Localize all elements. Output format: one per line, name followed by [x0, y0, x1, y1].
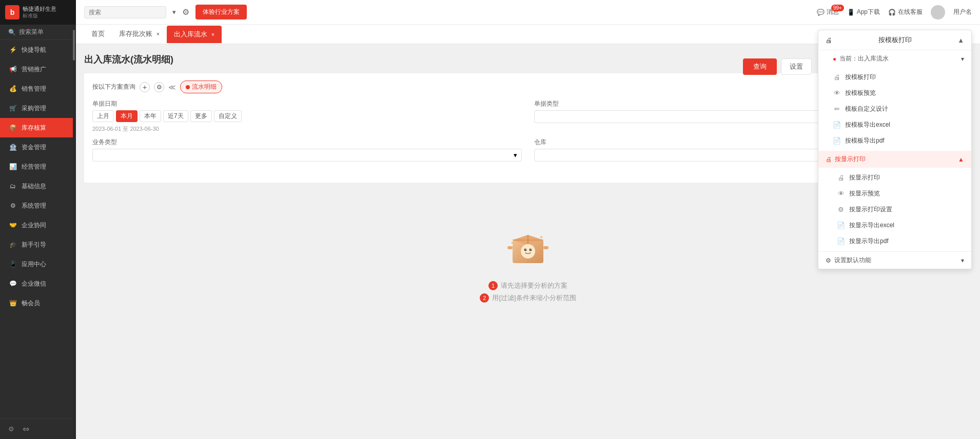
user-avatar[interactable] — [931, 5, 945, 19]
sidebar-item-appcenter[interactable]: 📱 应用中心 — [0, 254, 76, 274]
sidebar-item-vip[interactable]: 👑 畅会员 — [0, 293, 76, 313]
app-download-label: App下载 — [857, 8, 880, 16]
app-logo: b 畅捷通好生意 标准版 — [0, 0, 76, 25]
sidebar-item-label: 销售管理 — [22, 85, 46, 93]
template-preview-icon: 👁 — [833, 89, 841, 97]
current-option[interactable]: ● 当前：出入库流水 ▾ — [818, 50, 971, 67]
template-custom-item[interactable]: ✏ 模板自定义设计 — [818, 101, 971, 117]
tab-flow-close-icon[interactable]: × — [211, 31, 214, 37]
empty-illustration: ✦ ✦ — [502, 220, 554, 271]
username-label[interactable]: 用户名 — [953, 8, 972, 16]
excel-icon: 📄 — [833, 121, 841, 129]
tab-batch[interactable]: 库存批次账 × — [112, 25, 167, 44]
sidebar-item-wecom[interactable]: 💬 企业微信 — [0, 274, 76, 293]
sidebar-item-inventory[interactable]: 📦 库存核算 — [0, 118, 76, 137]
display-print-settings-item[interactable]: ⚙ 按显示打印设置 — [818, 202, 971, 217]
topbar-gear-icon[interactable]: ⚙ — [182, 7, 189, 17]
filter-settings-button[interactable]: ⚙ — [154, 82, 164, 92]
display-print-section: 🖨 按显示打印 👁 按显示预览 ⚙ 按显示打印设置 📄 按显示导出excel 📄… — [818, 168, 971, 251]
date-shortcut-this-year[interactable]: 本年 — [140, 110, 161, 122]
default-func-arrow: ▾ — [961, 257, 964, 264]
app-download-item[interactable]: 📱 App下载 — [847, 8, 880, 16]
sales-icon: 💰 — [8, 84, 17, 93]
dropdown-footer[interactable]: ⚙ 设置默认功能 ▾ — [818, 251, 971, 269]
sidebar-item-shortcut[interactable]: ⚡ 快捷导航 — [0, 40, 76, 59]
tab-batch-close-icon[interactable]: × — [156, 31, 160, 37]
display-export-excel-item[interactable]: 📄 按显示导出excel — [818, 217, 971, 233]
query-button[interactable]: 查询 — [743, 58, 777, 75]
svg-rect-9 — [507, 246, 513, 249]
date-shortcut-last-month[interactable]: 上月 — [92, 110, 114, 122]
sidebar-item-sales[interactable]: 💰 销售管理 — [0, 79, 76, 98]
sidebar-search[interactable]: 🔍 搜索菜单 — [0, 25, 76, 40]
display-preview-item[interactable]: 👁 按显示预览 — [818, 186, 971, 202]
biztype-select[interactable]: ▾ — [92, 149, 522, 162]
date-shortcut-7days[interactable]: 近7天 — [163, 110, 188, 122]
active-filter-tag[interactable]: 流水明细 — [180, 81, 222, 93]
current-label: 当前：出入库流水 — [839, 54, 889, 63]
settings-button[interactable]: 设置 — [781, 58, 812, 75]
sidebar-item-basic[interactable]: 🗂 基础信息 — [0, 176, 76, 196]
system-icon: ⚙ — [8, 201, 17, 210]
sidebar-item-marketing[interactable]: 📢 营销推广 — [0, 59, 76, 79]
sidebar-item-label: 库存核算 — [22, 124, 46, 132]
industry-solution-button[interactable]: 体验行业方案 — [195, 5, 247, 19]
vip-icon: 👑 — [8, 298, 17, 308]
date-shortcut-more[interactable]: 更多 — [190, 110, 212, 122]
sidebar-item-label: 资金管理 — [22, 143, 46, 152]
online-support-item[interactable]: 🎧 在线客服 — [888, 8, 923, 16]
date-shortcut-this-month[interactable]: 本月 — [116, 110, 138, 122]
company-name: 畅捷通好生意 — [23, 5, 56, 12]
message-icon: 💬 — [817, 9, 825, 16]
date-shortcut-custom[interactable]: 自定义 — [214, 110, 242, 122]
search-input[interactable] — [89, 9, 162, 16]
sidebar-item-label: 采购管理 — [22, 104, 46, 113]
pdf-icon: 📄 — [833, 137, 841, 145]
display-export-pdf-label: 按显示导出pdf — [849, 237, 889, 246]
query-settings-area: 查询 设置 — [743, 58, 812, 75]
display-print-label: 按显示打印 — [849, 173, 880, 182]
display-export-pdf-item[interactable]: 📄 按显示导出pdf — [818, 233, 971, 249]
template-custom-label: 模板自定义设计 — [845, 105, 888, 113]
svg-point-8 — [531, 249, 532, 250]
current-icon: ● — [833, 55, 836, 63]
message-badge-item[interactable]: 💬 消息 99+ — [817, 8, 839, 16]
template-preview-item[interactable]: 👁 按模板预览 — [818, 85, 971, 101]
date-range-label: 2023-06-01 至 2023-06-30 — [92, 125, 522, 133]
inventory-icon: 📦 — [8, 123, 17, 132]
template-print-section: 🖨 按模板打印 👁 按模板预览 ✏ 模板自定义设计 📄 按模板导出excel 📄… — [818, 67, 971, 151]
sidebar-item-purchase[interactable]: 🛒 采购管理 — [0, 98, 76, 118]
topbar-right: 💬 消息 99+ 📱 App下载 🎧 在线客服 用户名 — [817, 5, 972, 19]
template-export-pdf-item[interactable]: 📄 按模板导出pdf — [818, 133, 971, 149]
empty-tip-2: 2 用[过滤]条件来缩小分析范围 — [480, 293, 576, 303]
svg-point-6 — [530, 249, 532, 251]
main-content: ▾ ⚙ 体验行业方案 💬 消息 99+ 📱 App下载 🎧 在线客服 用户名 首… — [76, 0, 980, 439]
settings-icon[interactable]: ⚙ — [8, 425, 14, 433]
svg-point-7 — [525, 249, 526, 250]
current-arrow-icon: ▾ — [961, 55, 964, 63]
sidebar-item-collab[interactable]: 🤝 企业协同 — [0, 215, 76, 235]
search-label: 搜索菜单 — [19, 28, 44, 36]
template-export-excel-item[interactable]: 📄 按模板导出excel — [818, 117, 971, 133]
topbar-dropdown-arrow[interactable]: ▾ — [172, 8, 176, 16]
tab-home[interactable]: 首页 — [84, 25, 112, 44]
template-print-item[interactable]: 🖨 按模板打印 — [818, 69, 971, 85]
sidebar-item-system[interactable]: ⚙ 系统管理 — [0, 196, 76, 215]
filter-collapse-icon[interactable]: ≪ — [168, 83, 176, 91]
tab-batch-label: 库存批次账 — [119, 30, 152, 37]
sidebar-item-guide[interactable]: 🎓 新手引导 — [0, 235, 76, 254]
scroll-thumb — [73, 30, 75, 61]
display-preview-icon: 👁 — [837, 190, 845, 198]
display-print-section-header[interactable]: 🖨 按显示打印 ▲ — [818, 151, 971, 168]
tab-flow-label: 出入库流水 — [174, 30, 207, 38]
display-excel-icon: 📄 — [837, 222, 845, 230]
filter-add-button[interactable]: + — [140, 82, 150, 92]
sidebar-footer: ⚙ ⇔ — [0, 418, 76, 439]
topbar-search-box[interactable] — [84, 6, 166, 18]
dropdown-close-icon[interactable]: ▲ — [957, 36, 964, 44]
collapse-icon[interactable]: ⇔ — [23, 424, 29, 434]
sidebar-item-operation[interactable]: 📊 经营管理 — [0, 157, 76, 176]
sidebar-item-finance[interactable]: 🏦 资金管理 — [0, 137, 76, 157]
tab-flow[interactable]: 出入库流水 × — [167, 26, 222, 43]
display-print-item[interactable]: 🖨 按显示打印 — [818, 170, 971, 186]
